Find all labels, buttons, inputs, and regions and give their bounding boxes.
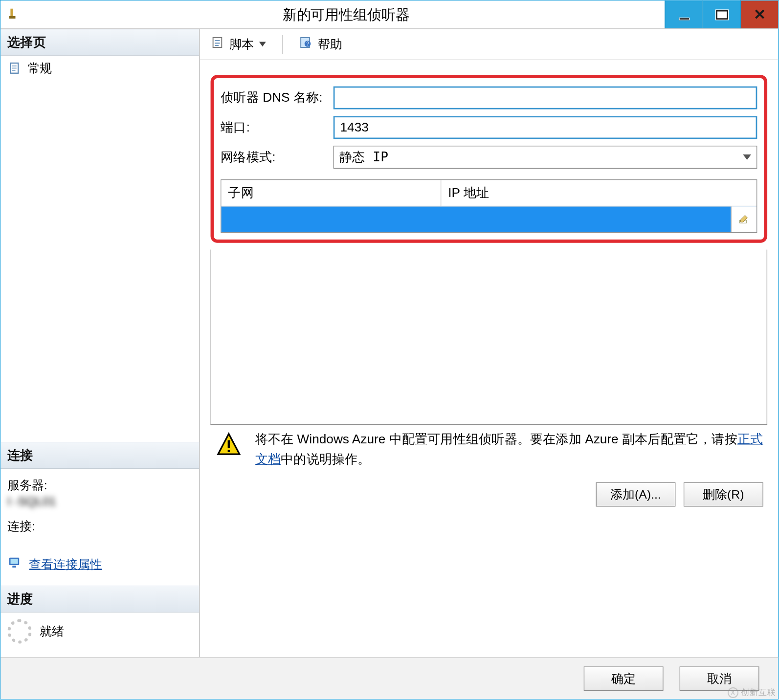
section-select-page: 选择页 — [0, 29, 199, 56]
monitor-icon — [7, 555, 22, 573]
section-progress: 进度 — [0, 586, 199, 612]
ip-grid: 子网 IP 地址 — [221, 179, 757, 233]
dialog-footer: 确定 取消 — [0, 657, 778, 699]
titlebar: 新的可用性组侦听器 ✕ — [0, 0, 778, 29]
svg-rect-4 — [11, 559, 18, 564]
cell-ip — [442, 206, 731, 232]
help-icon: ? — [299, 35, 313, 53]
warning-icon — [216, 429, 242, 464]
port-label: 端口: — [221, 119, 325, 136]
netmode-value: 静态 IP — [339, 149, 388, 166]
highlight-box: 侦听器 DNS 名称: 端口: 网络模式: 静态 IP — [211, 75, 768, 243]
window-title: 新的可用性组侦听器 — [28, 5, 665, 24]
dns-label: 侦听器 DNS 名称: — [221, 89, 325, 107]
port-input[interactable] — [334, 116, 757, 139]
svg-rect-0 — [10, 8, 13, 17]
svg-rect-12 — [228, 450, 230, 452]
svg-rect-1 — [9, 16, 16, 18]
maximize-button[interactable] — [703, 0, 740, 28]
page-icon — [7, 61, 22, 75]
netmode-label: 网络模式: — [221, 149, 325, 166]
progress-status: 就绪 — [40, 623, 64, 639]
sidebar: 选择页 常规 连接 服务器: I -SQL01 连接: — [0, 29, 200, 657]
dialog-window: 新的可用性组侦听器 ✕ 选择页 常规 连接 服务器: I -SQL01 连接: — [0, 0, 779, 700]
netmode-select[interactable]: 静态 IP — [334, 146, 757, 169]
cancel-button[interactable]: 取消 — [680, 666, 759, 691]
warning-row: 将不在 Windows Azure 中配置可用性组侦听器。要在添加 Azure … — [200, 425, 778, 475]
col-subnet[interactable]: 子网 — [222, 180, 442, 206]
svg-text:?: ? — [306, 41, 309, 46]
cell-subnet — [222, 206, 442, 232]
script-icon — [211, 35, 225, 53]
help-button[interactable]: ? 帮助 — [295, 32, 346, 56]
toolbar-divider — [282, 35, 283, 54]
sidebar-item-label: 常规 — [28, 60, 52, 76]
minimize-button[interactable] — [665, 0, 702, 28]
col-ip[interactable]: IP 地址 — [442, 180, 757, 206]
sidebar-item-general[interactable]: 常规 — [0, 56, 199, 81]
grid-empty-area — [211, 250, 768, 425]
section-connection: 连接 — [0, 442, 199, 469]
main-panel: 脚本 ? 帮助 侦听器 DNS 名称: — [200, 29, 778, 657]
script-label: 脚本 — [229, 36, 254, 52]
chevron-down-icon — [743, 154, 751, 160]
remove-button[interactable]: 删除(R) — [684, 482, 763, 506]
toolbar: 脚本 ? 帮助 — [200, 29, 778, 60]
view-connection-properties[interactable]: 查看连接属性 — [0, 551, 199, 585]
ok-button[interactable]: 确定 — [584, 666, 664, 691]
spinner-icon — [7, 619, 32, 644]
connection-label: 连接: — [7, 514, 192, 536]
server-value: I -SQL01 — [7, 495, 56, 514]
svg-rect-5 — [12, 566, 16, 568]
warning-text: 将不在 Windows Azure 中配置可用性组侦听器。要在添加 Azure … — [255, 429, 765, 470]
cell-edit-button[interactable] — [731, 206, 757, 232]
chevron-down-icon — [259, 42, 266, 47]
svg-rect-11 — [228, 440, 230, 448]
dns-input[interactable] — [334, 87, 757, 109]
server-label: 服务器: — [7, 473, 192, 494]
view-connection-properties-link[interactable]: 查看连接属性 — [29, 556, 102, 572]
close-button[interactable]: ✕ — [740, 0, 778, 28]
grid-row[interactable] — [222, 206, 757, 232]
help-label: 帮助 — [318, 36, 342, 52]
script-dropdown[interactable]: 脚本 — [206, 32, 270, 56]
app-icon — [0, 7, 27, 22]
add-button[interactable]: 添加(A)... — [596, 482, 676, 506]
